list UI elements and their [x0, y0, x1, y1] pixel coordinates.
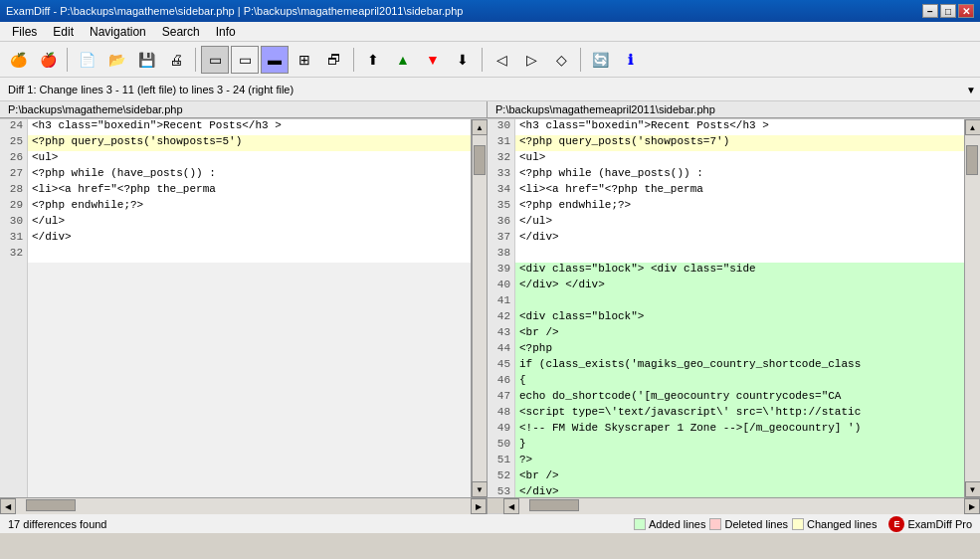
info-bar-text: Diff 1: Change lines 3 - 11 (left file) …	[8, 84, 294, 95]
menu-files[interactable]: Files	[4, 22, 45, 41]
line-content	[515, 294, 964, 310]
v-scrollbar-right[interactable]: ▲ ▼	[964, 119, 980, 497]
table-row: 30 <h3 class="boxedin">Recent Posts</h3 …	[488, 119, 964, 135]
toolbar-btn-10[interactable]: ⊞	[291, 46, 318, 74]
legend-changed: Changed lines	[792, 518, 877, 530]
line-number: 33	[488, 167, 515, 183]
line-number	[0, 422, 28, 438]
toolbar-sep-5	[580, 48, 581, 72]
scroll-track-left[interactable]	[473, 135, 487, 481]
file-header-right: P:\backups\magathemeapril2011\sidebar.ph…	[488, 101, 980, 118]
line-number: 49	[488, 422, 515, 438]
table-row	[0, 469, 471, 485]
toolbar-btn-copy-right[interactable]: ▷	[517, 46, 545, 74]
line-content: <?php query_posts('showposts=5')	[28, 135, 471, 151]
scroll-up-right[interactable]: ▲	[965, 119, 981, 135]
line-number: 52	[488, 469, 515, 485]
table-row: 32 <ul>	[488, 151, 964, 167]
scroll-thumb-left[interactable]	[474, 145, 486, 175]
line-number	[0, 390, 28, 406]
table-row: 30 </ul>	[0, 215, 471, 231]
toolbar-btn-nav-up2[interactable]: ▲	[389, 46, 417, 74]
line-content	[28, 279, 471, 294]
toolbar-btn-nav-down2[interactable]: ⬇	[449, 46, 477, 74]
scroll-left-btn-left[interactable]: ◀	[0, 498, 16, 514]
maximize-button[interactable]: □	[940, 4, 956, 18]
toolbar-btn-nav-up[interactable]: ⬆	[359, 46, 387, 74]
toolbar-btn-3[interactable]: 📄	[73, 46, 100, 74]
diff-pane-right[interactable]: 30 <h3 class="boxedin">Recent Posts</h3 …	[488, 119, 964, 497]
table-row	[0, 342, 471, 358]
h-track-left[interactable]	[16, 498, 471, 514]
line-number: 32	[488, 151, 515, 167]
scroll-thumb-right[interactable]	[966, 145, 978, 175]
toolbar-btn-refresh[interactable]: 🔄	[586, 46, 614, 74]
line-number: 50	[488, 438, 515, 454]
file-headers: P:\backups\magatheme\sidebar.php P:\back…	[0, 101, 980, 119]
table-row: 49<!-- FM Wide Skyscraper 1 Zone -->[/m_…	[488, 422, 964, 438]
line-content: <li><a href="<?php the_perma	[28, 183, 471, 199]
menu-search[interactable]: Search	[154, 22, 208, 41]
table-row	[0, 374, 471, 390]
toolbar-btn-8[interactable]: ▭	[231, 46, 259, 74]
toolbar-btn-nav-down[interactable]: ▼	[419, 46, 447, 74]
toolbar-btn-7[interactable]: ▭	[201, 46, 229, 74]
scroll-down-right[interactable]: ▼	[965, 481, 981, 497]
toolbar-btn-copy-both[interactable]: ◇	[547, 46, 575, 74]
table-row	[0, 390, 471, 406]
info-bar-dropdown[interactable]: ▼	[966, 84, 976, 94]
h-scroll-right[interactable]: ◀ ▶	[503, 498, 980, 514]
line-number: 37	[488, 231, 515, 247]
scroll-track-right[interactable]	[965, 135, 980, 481]
line-number	[0, 454, 28, 469]
line-number	[0, 485, 28, 497]
line-number	[0, 406, 28, 422]
toolbar-btn-info[interactable]: ℹ	[616, 46, 644, 74]
h-track-right[interactable]	[519, 498, 964, 514]
line-number	[0, 342, 28, 358]
table-row: 48<script type=\'text/javascript\' src=\…	[488, 406, 964, 422]
h-thumb-right[interactable]	[529, 499, 579, 511]
h-thumb-left[interactable]	[26, 499, 76, 511]
line-content: <?php while (have_posts()) :	[515, 167, 964, 183]
line-number: 28	[0, 183, 28, 199]
menu-edit[interactable]: Edit	[45, 22, 82, 41]
line-number: 26	[0, 151, 28, 167]
table-row: 27 <?php while (have_posts()) :	[0, 167, 471, 183]
toolbar-btn-5[interactable]: 💾	[132, 46, 160, 74]
line-number	[0, 326, 28, 342]
line-number	[0, 294, 28, 310]
toolbar-btn-11[interactable]: 🗗	[320, 46, 348, 74]
scroll-down-left[interactable]: ▼	[472, 481, 488, 497]
menu-navigation[interactable]: Navigation	[82, 22, 154, 41]
line-number: 31	[488, 135, 515, 151]
toolbar-btn-1[interactable]: 🍊	[4, 46, 32, 74]
scroll-right-btn-right[interactable]: ▶	[964, 498, 980, 514]
menu-info[interactable]: Info	[208, 22, 244, 41]
line-content	[28, 422, 471, 438]
table-row: 45if (class_exists('magiks_geo_country_s…	[488, 358, 964, 374]
toolbar-btn-4[interactable]: 📂	[102, 46, 130, 74]
toolbar-btn-9[interactable]: ▬	[261, 46, 289, 74]
table-row: 28 <li><a href="<?php the_perma	[0, 183, 471, 199]
status-bar: 17 differences found Added lines Deleted…	[0, 513, 980, 533]
toolbar-btn-2[interactable]: 🍎	[34, 46, 62, 74]
toolbar-sep-2	[195, 48, 196, 72]
scroll-right-btn-left[interactable]: ▶	[471, 498, 487, 514]
toolbar-btn-copy-left[interactable]: ◁	[488, 46, 515, 74]
table-row	[0, 263, 471, 279]
table-row: 38	[488, 247, 964, 263]
title-bar-buttons: − □ ✕	[922, 4, 974, 18]
diff-pane-left[interactable]: 24 <h3 class="boxedin">Recent Posts</h3 …	[0, 119, 472, 497]
scroll-up-left[interactable]: ▲	[472, 119, 488, 135]
minimize-button[interactable]: −	[922, 4, 938, 18]
line-number: 27	[0, 167, 28, 183]
close-button[interactable]: ✕	[958, 4, 974, 18]
line-content: <br />	[515, 469, 964, 485]
h-scroll-left[interactable]: ◀ ▶	[0, 498, 488, 514]
toolbar-btn-6[interactable]: 🖨	[162, 46, 190, 74]
v-scrollbar-left[interactable]: ▲ ▼	[472, 119, 488, 497]
scroll-left-btn-right[interactable]: ◀	[503, 498, 519, 514]
table-row: 39 <div class="block"> <div class="side	[488, 263, 964, 279]
h-scrollbars-row: ◀ ▶ ◀ ▶	[0, 497, 980, 513]
